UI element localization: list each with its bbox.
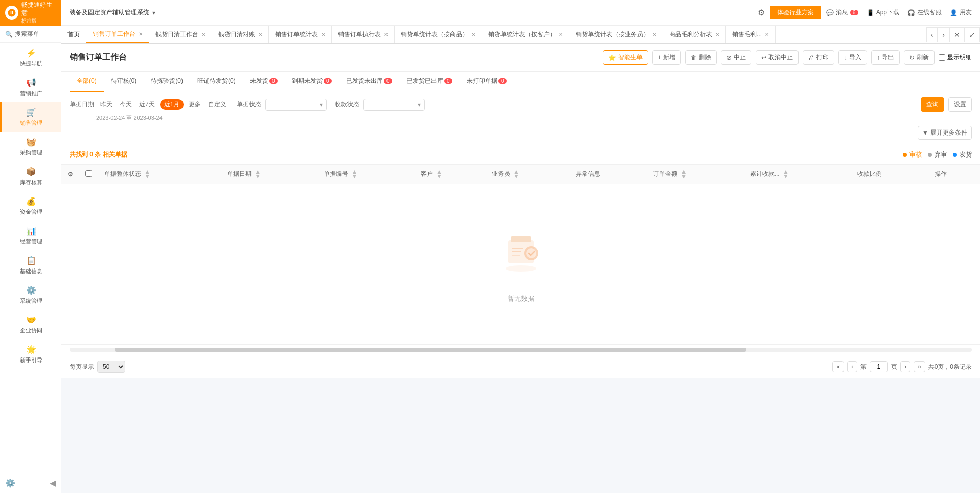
collapse-icon[interactable]: ◀: [50, 478, 56, 488]
sidebar-item-system[interactable]: ⚙️ 系统管理: [0, 280, 61, 310]
sidebar-item-inventory[interactable]: 📦 库存核算: [0, 162, 61, 191]
sub-tab-not-printed[interactable]: 未打印单据0: [460, 72, 514, 92]
sidebar-item-guide[interactable]: 🌟 新手引导: [0, 340, 61, 369]
tab-close-product-stats[interactable]: ✕: [471, 32, 475, 37]
sub-tab-shipped-out[interactable]: 已发货已出库0: [399, 72, 460, 92]
set-btn[interactable]: 设置: [948, 97, 972, 112]
tab-next-btn[interactable]: ›: [938, 27, 949, 42]
online-service-action[interactable]: 🎧 在线客服: [907, 8, 942, 17]
ship-dot: [953, 153, 957, 157]
date-7days[interactable]: 近7天: [137, 99, 157, 110]
tab-close-sales-person-stats[interactable]: ✕: [652, 32, 656, 37]
sort-date-icon[interactable]: ▲▼: [255, 170, 261, 178]
prev-page-btn[interactable]: ‹: [847, 361, 857, 372]
sidebar-search[interactable]: 🔍 搜索菜单: [0, 26, 61, 43]
scroll-bar-thumb[interactable]: [115, 348, 746, 352]
print-btn[interactable]: 🖨 打印: [803, 50, 834, 65]
tab-reconcile[interactable]: 钱货日清对账 ✕: [212, 26, 269, 43]
page-number-input[interactable]: [870, 361, 888, 372]
column-settings-icon[interactable]: ⚙: [67, 171, 73, 178]
sub-tab-pending-inspection[interactable]: 待拣验货(0): [144, 72, 190, 92]
tab-close-order-exec[interactable]: ✕: [384, 32, 388, 37]
select-all-checkbox[interactable]: [85, 170, 92, 177]
tab-close-customer-stats[interactable]: ✕: [559, 32, 563, 37]
tab-product-stats[interactable]: 销货单统计表（按商品） ✕: [395, 26, 482, 43]
message-action[interactable]: 💬 消息 6: [826, 8, 858, 17]
ship-action-btn[interactable]: 发货: [953, 150, 972, 159]
sub-tab-pending-audit[interactable]: 待审核(0): [104, 72, 144, 92]
status-select[interactable]: [265, 99, 327, 111]
date-custom[interactable]: 自定义: [206, 99, 229, 110]
stop-btn[interactable]: ⊘ 中止: [721, 50, 751, 65]
th-payment-ratio: 收款比例: [851, 165, 928, 184]
sidebar-item-finance[interactable]: 💰 资金管理: [0, 191, 61, 221]
tab-close-order-stats[interactable]: ✕: [321, 32, 325, 37]
sub-tab-wangpu-ship[interactable]: 旺铺待发货(0): [190, 72, 243, 92]
date-more[interactable]: 更多: [187, 99, 203, 110]
tab-close-all-btn[interactable]: ✕: [949, 27, 965, 42]
query-btn[interactable]: 查询: [921, 97, 944, 112]
app-download-action[interactable]: 📱 App下载: [867, 8, 899, 17]
sort-customer-icon[interactable]: ▲▼: [436, 170, 442, 178]
cancel-audit-action-btn[interactable]: 弃审: [928, 150, 947, 159]
last-page-btn[interactable]: »: [914, 361, 925, 372]
refresh-btn[interactable]: ↻ 刷新: [904, 50, 935, 65]
sort-status-icon[interactable]: ▲▼: [144, 170, 150, 178]
payment-select[interactable]: [363, 99, 425, 111]
sort-cumulative-icon[interactable]: ▲▼: [783, 170, 789, 178]
tab-close-sales-gross[interactable]: ✕: [765, 32, 769, 37]
new-btn[interactable]: + 新增: [652, 50, 681, 65]
date-today[interactable]: 今天: [118, 99, 134, 110]
date-1month[interactable]: 近1月: [160, 99, 184, 110]
sub-tab-unshipped[interactable]: 未发货0: [243, 72, 285, 92]
first-page-btn[interactable]: «: [832, 361, 844, 372]
tab-close-cash-daily[interactable]: ✕: [201, 32, 206, 37]
sidebar-item-quick-nav[interactable]: ⚡ 快捷导航: [0, 43, 61, 73]
export-btn[interactable]: ↑ 导出: [871, 50, 900, 65]
tab-home[interactable]: 首页: [61, 26, 86, 43]
sort-amount-icon[interactable]: ▲▼: [680, 170, 687, 178]
settings-bottom-icon[interactable]: ⚙️: [5, 478, 15, 488]
table-actions: 审核 弃审 发货: [903, 150, 972, 159]
sort-number-icon[interactable]: ▲▼: [352, 170, 358, 178]
tab-sales-person-stats[interactable]: 销货单统计表（按业务员） ✕: [569, 26, 663, 43]
sidebar-item-business[interactable]: 📊 经营管理: [0, 221, 61, 251]
sidebar-item-sales[interactable]: 🛒 销售管理: [0, 102, 61, 132]
date-yesterday[interactable]: 昨天: [98, 99, 115, 110]
cancel-stop-btn[interactable]: ↩ 取消中止: [756, 50, 799, 65]
table-toolbar: 共找到 0 条 相关单据 审核 弃审 发货: [61, 145, 980, 165]
page-size-select[interactable]: 50 20 100 200: [97, 361, 125, 373]
tab-expand-btn[interactable]: ⤢: [965, 27, 980, 42]
tab-gross-margin[interactable]: 商品毛利分析表 ✕: [663, 26, 726, 43]
smart-create-btn[interactable]: ⭐ 智能生单: [603, 50, 648, 65]
settings-icon[interactable]: ⚙: [758, 8, 765, 17]
sidebar-item-basic[interactable]: 📋 基础信息: [0, 251, 61, 280]
system-dropdown-icon[interactable]: ▾: [152, 9, 155, 16]
sidebar-item-purchase[interactable]: 🧺 采购管理: [0, 132, 61, 162]
tab-order-exec[interactable]: 销售订单执行表 ✕: [332, 26, 395, 43]
show-detail-checkbox[interactable]: [939, 54, 945, 61]
sub-tab-shipped-not-out[interactable]: 已发货未出库0: [339, 72, 399, 92]
audit-action-btn[interactable]: 审核: [903, 150, 922, 159]
tab-sales-order[interactable]: 销售订单工作台 ✕: [86, 26, 149, 43]
tab-sales-gross[interactable]: 销售毛利... ✕: [726, 26, 776, 43]
user-action[interactable]: 👤 用友: [950, 8, 972, 17]
next-page-btn[interactable]: ›: [900, 361, 910, 372]
tab-prev-btn[interactable]: ‹: [926, 27, 938, 42]
tab-close-gross-margin[interactable]: ✕: [715, 32, 719, 37]
tab-close-sales-order[interactable]: ✕: [139, 31, 143, 37]
tab-order-stats[interactable]: 销售订单统计表 ✕: [269, 26, 332, 43]
import-btn[interactable]: ↓ 导入: [838, 50, 867, 65]
industry-solution-btn[interactable]: 体验行业方案: [770, 6, 821, 19]
tab-customer-stats[interactable]: 销货单统计表（按客户） ✕: [482, 26, 569, 43]
tab-cash-daily[interactable]: 钱货日清工作台 ✕: [149, 26, 212, 43]
tab-close-reconcile[interactable]: ✕: [258, 32, 262, 37]
sidebar-item-corp[interactable]: 🤝 企业协同: [0, 310, 61, 340]
sidebar-item-marketing[interactable]: 📢 营销推广: [0, 73, 61, 102]
sub-tab-all[interactable]: 全部(0): [70, 72, 104, 92]
show-detail-label[interactable]: 显示明细: [939, 53, 972, 62]
sub-tab-overdue-unshipped[interactable]: 到期未发货0: [285, 72, 339, 92]
sort-salesperson-icon[interactable]: ▲▼: [513, 170, 519, 178]
delete-btn[interactable]: 🗑 删除: [685, 50, 717, 65]
expand-conditions-btn[interactable]: ▼ 展开更多条件: [918, 126, 972, 140]
